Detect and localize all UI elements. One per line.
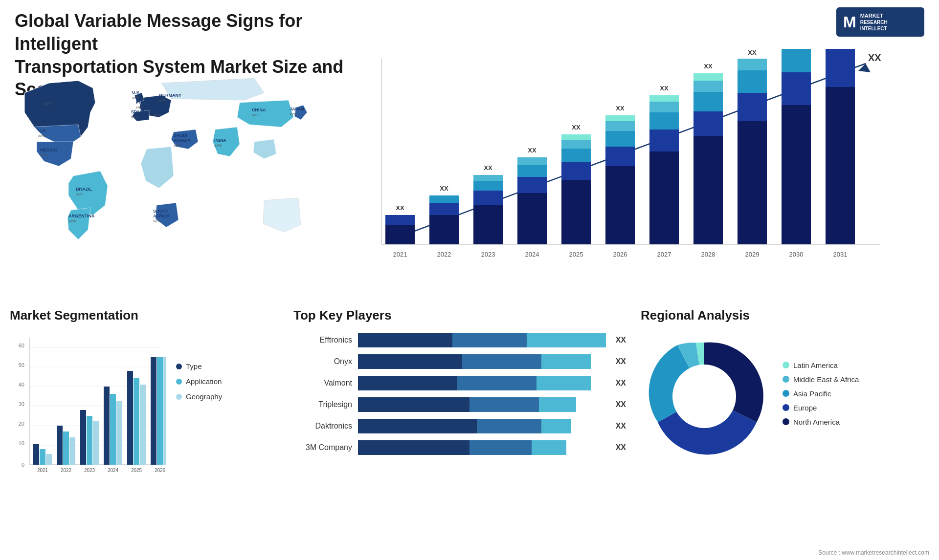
donut-hole [672, 365, 736, 428]
svg-rect-51 [605, 131, 635, 147]
svg-rect-121 [151, 357, 156, 465]
svg-text:XX: XX [440, 185, 448, 192]
svg-text:XX: XX [660, 85, 669, 92]
svg-rect-106 [63, 431, 69, 465]
regional-donut-svg [641, 333, 768, 460]
svg-rect-45 [561, 140, 591, 149]
player-name-onyx: Onyx [293, 357, 352, 366]
player-bar-seg2 [470, 440, 532, 455]
svg-text:2025: 2025 [569, 251, 583, 258]
player-bar-seg2 [477, 419, 541, 433]
map-label-southafrica: SOUTH [153, 209, 169, 214]
player-bar-seg1 [358, 397, 470, 412]
map-label-japan: JAPAN [290, 107, 304, 111]
svg-rect-114 [110, 394, 116, 465]
svg-text:60: 60 [19, 343, 24, 348]
svg-text:XX: XX [748, 49, 757, 56]
bar-chart-section: XX 2021 XX 2022 XX 2023 XX 2024 [352, 49, 915, 288]
svg-text:2031: 2031 [833, 251, 848, 258]
legend-asia-pacific-dot [782, 390, 789, 397]
player-bar-valmont [358, 376, 606, 390]
map-label-germany: GERMANY [159, 93, 181, 98]
svg-rect-70 [738, 121, 767, 244]
svg-rect-57 [649, 129, 679, 151]
legend-application-dot [176, 379, 182, 385]
svg-rect-107 [69, 437, 75, 465]
svg-text:0: 0 [22, 462, 24, 468]
player-bar-seg3 [541, 354, 591, 369]
legend-geography-dot [176, 394, 182, 400]
svg-rect-111 [93, 421, 99, 465]
player-bar-efftronics [358, 333, 606, 347]
svg-text:2021: 2021 [37, 468, 48, 473]
legend-europe-dot [782, 404, 789, 411]
svg-rect-76 [782, 105, 811, 244]
legend-type-dot [176, 364, 182, 369]
svg-rect-64 [693, 111, 723, 136]
svg-text:xx%: xx% [76, 192, 83, 196]
player-row-efftronics: Efftronics XX [293, 333, 626, 347]
regional-title: Regional Analysis [641, 308, 929, 323]
player-row-onyx: Onyx XX [293, 354, 626, 369]
regional-section: Regional Analysis [641, 308, 929, 542]
svg-rect-52 [605, 121, 635, 131]
svg-text:2027: 2027 [657, 251, 671, 258]
svg-rect-115 [116, 401, 122, 465]
svg-rect-50 [605, 147, 635, 166]
svg-rect-33 [473, 175, 503, 181]
player-name-daktronics: Daktronics [293, 422, 352, 431]
svg-text:xx%: xx% [214, 143, 222, 148]
map-label-us: U.S. [38, 128, 47, 133]
svg-text:50: 50 [19, 362, 24, 368]
svg-text:XX: XX [396, 204, 404, 212]
svg-text:2022: 2022 [437, 251, 451, 258]
map-label-mexico: MEXICO [40, 148, 58, 152]
svg-text:20: 20 [19, 421, 24, 427]
map-label-argentina: ARGENTINA [68, 214, 95, 218]
svg-marker-20 [858, 64, 871, 72]
player-xx: XX [616, 400, 626, 409]
svg-rect-44 [561, 149, 591, 162]
svg-text:40: 40 [19, 382, 24, 388]
svg-rect-49 [605, 166, 635, 244]
regional-donut-container: Latin America Middle East & Africa Asia … [641, 333, 929, 460]
segmentation-section: Market Segmentation 0 10 20 30 40 50 60 [10, 308, 284, 542]
legend-middle-east-dot [782, 376, 789, 383]
svg-text:2024: 2024 [108, 468, 119, 473]
legend-north-america-dot [782, 418, 789, 425]
svg-rect-77 [782, 72, 811, 105]
legend-europe-label: Europe [793, 404, 817, 412]
svg-rect-22 [385, 215, 415, 225]
svg-text:XX: XX [528, 147, 537, 154]
legend-geography-label: Geography [186, 392, 222, 401]
source-text: Source : www.marketresearchintellect.com [818, 549, 929, 556]
svg-text:xx%: xx% [132, 95, 139, 100]
svg-rect-27 [429, 195, 459, 203]
player-bar-seg2 [452, 333, 527, 347]
legend-europe: Europe [782, 404, 859, 412]
svg-text:xx%: xx% [252, 113, 259, 117]
world-map: CANADA xx% U.S. xx% MEXICO xx% BRAZIL xx… [10, 64, 342, 269]
svg-text:2026: 2026 [155, 468, 166, 473]
legend-asia-pacific-label: Asia Pacific [793, 389, 831, 398]
players-list: Efftronics XX Onyx XX Valmont [293, 333, 626, 455]
legend-geography: Geography [176, 392, 222, 401]
svg-rect-82 [826, 49, 855, 87]
svg-text:XX: XX [616, 105, 625, 112]
svg-rect-110 [87, 416, 92, 465]
svg-rect-30 [473, 205, 503, 244]
svg-text:10: 10 [19, 440, 24, 446]
player-bar-seg3 [527, 333, 606, 347]
legend-latin-america-label: Latin America [793, 361, 838, 369]
svg-text:xx%: xx% [38, 133, 45, 138]
map-label-canada: CANADA [44, 96, 63, 101]
legend-north-america: North America [782, 418, 859, 426]
logo: M MARKET RESEARCH INTELLECT [836, 7, 924, 37]
map-label-brazil: BRAZIL [76, 187, 92, 192]
svg-rect-81 [826, 87, 855, 244]
player-name-efftronics: Efftronics [293, 336, 352, 345]
player-bar-seg1 [358, 354, 462, 369]
svg-text:xx%: xx% [154, 113, 161, 117]
segmentation-chart-svg: 0 10 20 30 40 50 60 2021 2022 [10, 333, 166, 489]
svg-text:ARABIA: ARABIA [174, 138, 191, 143]
